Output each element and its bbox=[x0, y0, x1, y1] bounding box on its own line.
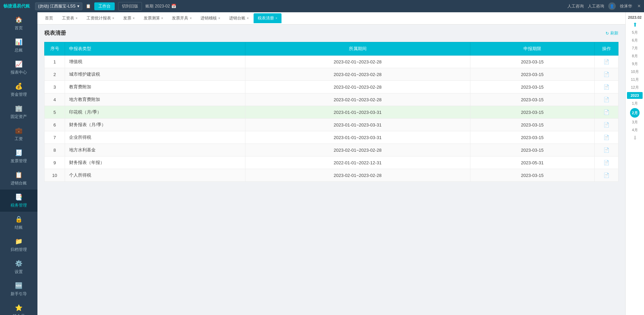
tab-purchase-review[interactable]: 进销稽核 × bbox=[196, 13, 224, 23]
sidebar-item-member[interactable]: ⭐ 畅会员 bbox=[0, 300, 37, 315]
cell-type: 地方水利基金 bbox=[65, 144, 245, 156]
col-action: 操作 bbox=[595, 42, 618, 56]
timeline-down-button[interactable]: ⬇ bbox=[633, 135, 637, 141]
tab-salary-report[interactable]: 工资统计报表 × bbox=[82, 13, 118, 23]
cell-action[interactable]: 📄 bbox=[595, 131, 618, 144]
action-icon[interactable]: 📄 bbox=[603, 135, 609, 140]
sidebar-label-capital: 资金管理 bbox=[11, 92, 27, 97]
cell-type: 印花税（月/季） bbox=[65, 106, 245, 119]
sidebar-item-closing[interactable]: 🔒 结账 bbox=[0, 212, 37, 234]
sidebar-item-salary[interactable]: 💼 工资 bbox=[0, 123, 37, 145]
sidebar: 🏠 首页 📊 总账 📈 报表中心 💰 资金管理 🏢 固定资产 💼 工资 🧾 发票… bbox=[0, 12, 37, 315]
cell-action[interactable]: 📄 bbox=[595, 93, 618, 106]
top-bar: 畅捷通易代账 (勿动) 江西服宝-LSS ▾ 📋 工作台 切到旧版 账期 202… bbox=[0, 0, 644, 12]
action-icon[interactable]: 📄 bbox=[603, 84, 609, 90]
sidebar-item-home[interactable]: 🏠 首页 bbox=[0, 12, 37, 34]
sidebar-label-ledger: 总账 bbox=[15, 47, 23, 53]
close-button[interactable]: × bbox=[638, 3, 641, 9]
timeline-year-2023[interactable]: 2023 bbox=[627, 92, 643, 99]
tab-home[interactable]: 首页 bbox=[41, 13, 57, 23]
timeline-month-2-active[interactable]: 2月 bbox=[630, 108, 640, 118]
tab-salary-report-label: 工资统计报表 bbox=[86, 15, 111, 21]
timeline-month-8[interactable]: 8月 bbox=[626, 52, 644, 60]
tab-purchase-ledger[interactable]: 进销台账 × bbox=[225, 13, 253, 23]
cell-deadline: 2023-03-15 bbox=[470, 144, 594, 156]
action-icon[interactable]: 📄 bbox=[603, 72, 609, 77]
ai-consult-label[interactable]: 人工咨询 bbox=[588, 3, 604, 9]
sidebar-item-reconcile[interactable]: 📋 进销台账 bbox=[0, 167, 37, 190]
tab-salary[interactable]: 工资表 × bbox=[58, 13, 82, 23]
dropdown-icon: ▾ bbox=[77, 4, 79, 9]
col-period: 所属期间 bbox=[245, 42, 470, 56]
tab-invoice-check-close[interactable]: × bbox=[161, 16, 163, 20]
tab-invoice-open-close[interactable]: × bbox=[190, 16, 192, 20]
tab-purchase-review-close[interactable]: × bbox=[218, 16, 220, 20]
report-icon: 📈 bbox=[15, 60, 23, 68]
timeline-month-9[interactable]: 9月 bbox=[626, 60, 644, 68]
sidebar-item-tax[interactable]: 📑 税务管理 bbox=[0, 190, 37, 212]
timeline-month-11[interactable]: 11月 bbox=[626, 76, 644, 84]
switch-button[interactable]: 切到旧版 bbox=[118, 2, 142, 11]
timeline-month-10[interactable]: 10月 bbox=[626, 68, 644, 76]
action-icon[interactable]: 📄 bbox=[603, 122, 609, 127]
cell-deadline: 2023-03-15 bbox=[470, 106, 594, 119]
sidebar-item-fixed-assets[interactable]: 🏢 固定资产 bbox=[0, 101, 37, 123]
sidebar-item-capital[interactable]: 💰 资金管理 bbox=[0, 79, 37, 101]
ai-consult-button[interactable]: 人工咨询 bbox=[567, 3, 584, 9]
user-name: 徐涿华 bbox=[620, 3, 632, 9]
cell-type: 企业所得税 bbox=[65, 131, 245, 144]
cell-action[interactable]: 📄 bbox=[595, 56, 618, 68]
sidebar-item-guide[interactable]: 🆕 新手引导 bbox=[0, 278, 37, 300]
cell-action[interactable]: 📄 bbox=[595, 144, 618, 156]
cell-action[interactable]: 📄 bbox=[595, 169, 618, 182]
tab-invoice-open[interactable]: 发票开具 × bbox=[168, 13, 196, 23]
sidebar-item-settings[interactable]: ⚙️ 设置 bbox=[0, 256, 37, 278]
cell-action[interactable]: 📄 bbox=[595, 156, 618, 169]
timeline-up-button[interactable]: ⬆ bbox=[633, 21, 637, 28]
tab-invoice[interactable]: 发票 × bbox=[119, 13, 139, 23]
cell-seq: 7 bbox=[45, 131, 65, 144]
timeline-month-5[interactable]: 5月 bbox=[626, 29, 644, 36]
tab-salary-label: 工资表 bbox=[62, 15, 74, 21]
action-icon[interactable]: 📄 bbox=[603, 160, 609, 165]
sidebar-item-ledger[interactable]: 📊 总账 bbox=[0, 34, 37, 57]
sidebar-item-report[interactable]: 📈 报表中心 bbox=[0, 57, 37, 79]
action-icon[interactable]: 📄 bbox=[603, 59, 609, 64]
cell-action[interactable]: 📄 bbox=[595, 68, 618, 81]
tab-purchase-ledger-close[interactable]: × bbox=[247, 16, 249, 20]
calendar-icon[interactable]: 📅 bbox=[171, 4, 176, 9]
refresh-button[interactable]: ↻ 刷新 bbox=[606, 30, 618, 36]
action-icon[interactable]: 📄 bbox=[603, 147, 609, 153]
timeline-month-6[interactable]: 6月 bbox=[626, 36, 644, 44]
cell-action[interactable]: 📄 bbox=[595, 81, 618, 93]
tab-salary-report-close[interactable]: × bbox=[112, 16, 114, 20]
tab-home-label: 首页 bbox=[45, 15, 53, 21]
cell-deadline: 2023-03-15 bbox=[470, 119, 594, 131]
action-icon[interactable]: 📄 bbox=[603, 172, 609, 178]
action-icon[interactable]: 📄 bbox=[603, 109, 609, 115]
timeline-month-1[interactable]: 1月 bbox=[626, 100, 644, 107]
sidebar-item-archive[interactable]: 📁 归档管理 bbox=[0, 234, 37, 256]
cell-period: 2023-02-01~2023-02-28 bbox=[245, 169, 470, 182]
tab-invoice-open-label: 发票开具 bbox=[172, 15, 188, 21]
cell-type: 财务报表（月/季） bbox=[65, 119, 245, 131]
company-selector[interactable]: (勿动) 江西服宝-LSS ▾ bbox=[35, 2, 82, 10]
tab-tax-register-close[interactable]: × bbox=[275, 16, 277, 20]
timeline-month-4[interactable]: 4月 bbox=[626, 126, 644, 134]
cell-action[interactable]: 📄 bbox=[595, 106, 618, 119]
timeline-month-3[interactable]: 3月 bbox=[626, 118, 644, 126]
tab-invoice-close[interactable]: × bbox=[133, 16, 135, 20]
cell-action[interactable]: 📄 bbox=[595, 119, 618, 131]
cell-type: 个人所得税 bbox=[65, 169, 245, 182]
sidebar-item-invoice[interactable]: 🧾 发票管理 bbox=[0, 145, 37, 167]
tab-salary-close[interactable]: × bbox=[76, 16, 78, 20]
action-icon[interactable]: 📄 bbox=[603, 97, 609, 102]
workbench-button[interactable]: 工作台 bbox=[94, 2, 115, 10]
tab-tax-register[interactable]: 税表清册 × bbox=[254, 13, 281, 23]
timeline-month-7[interactable]: 7月 bbox=[626, 44, 644, 52]
ledger-icon: 📊 bbox=[15, 38, 23, 46]
closing-icon: 🔒 bbox=[15, 215, 23, 223]
copy-icon[interactable]: 📋 bbox=[86, 4, 91, 9]
timeline-month-12[interactable]: 12月 bbox=[626, 84, 644, 91]
tab-invoice-check[interactable]: 发票测算 × bbox=[140, 13, 167, 23]
